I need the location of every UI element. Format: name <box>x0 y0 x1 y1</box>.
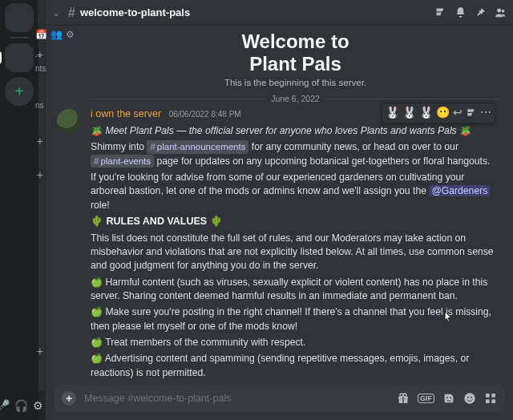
svg-point-7 <box>446 397 448 398</box>
rule-item: 🍏 Harmful content (such as viruses, sexu… <box>91 276 500 304</box>
add-channel-icon[interactable]: + <box>37 345 43 357</box>
message-composer: + GIF <box>54 385 505 412</box>
message-timestamp: 06/06/2022 8:48 PM <box>169 110 241 119</box>
svg-point-10 <box>467 397 469 398</box>
rule-item: 🍏 Treat members of the community with re… <box>91 336 500 349</box>
add-channel-icon[interactable]: + <box>37 168 43 181</box>
reply-icon[interactable]: ↩ <box>453 105 463 121</box>
message-line: Shimmy into #plant-announcements for any… <box>91 140 500 168</box>
svg-point-9 <box>464 393 475 403</box>
message-line: This list does not constitute the full s… <box>91 232 500 273</box>
svg-point-11 <box>471 397 472 398</box>
svg-point-6 <box>403 394 406 397</box>
dm-home-button[interactable] <box>5 3 34 32</box>
svg-point-1 <box>502 10 505 13</box>
settings-icon[interactable]: ⚙ <box>33 399 43 412</box>
welcome-block: Welcome to Plant Pals This is the beginn… <box>91 26 500 87</box>
avatar[interactable] <box>57 109 81 133</box>
server-header[interactable] <box>38 0 45 26</box>
sidebar-label: nts <box>35 64 46 73</box>
chevron-down-icon[interactable]: ⌄ <box>52 7 60 18</box>
user-panel: 🎤 🎧 ⚙ <box>38 391 45 420</box>
add-channel-icon[interactable]: + <box>37 135 43 147</box>
sticker-icon[interactable] <box>442 392 455 405</box>
mute-icon[interactable]: 🎤 <box>0 399 10 412</box>
reaction-shortcut-1[interactable]: 🐰 <box>386 105 399 121</box>
channel-title: welcome-to-plant-pals <box>80 6 426 18</box>
add-channel-icon[interactable]: + <box>37 48 43 61</box>
channel-link-events[interactable]: #plant-events <box>91 155 154 168</box>
rule-item: 🍏 Make sure you're posting in the right … <box>91 305 500 333</box>
rule-item: 🍏 Advertising content and spamming (send… <box>91 352 500 378</box>
apps-icon[interactable] <box>484 392 497 405</box>
server-list: + <box>0 0 38 420</box>
message-scroll[interactable]: Welcome to Plant Pals This is the beginn… <box>46 26 513 378</box>
message-input[interactable] <box>84 393 389 404</box>
gif-button[interactable]: GIF <box>418 394 434 403</box>
svg-point-8 <box>450 397 451 398</box>
main-content: ⌄ # welcome-to-plant-pals Welcome to Pla… <box>45 0 513 420</box>
server-plant-pals[interactable] <box>5 43 34 72</box>
attach-button[interactable]: + <box>62 391 76 406</box>
emoji-icon[interactable] <box>463 392 476 405</box>
more-icon[interactable]: ⋯ <box>480 105 491 121</box>
role-mention[interactable]: @Gardeners <box>429 185 490 196</box>
rules-title: 🌵 RULES AND VALUES 🌵 <box>91 215 500 229</box>
channel-link-announcements[interactable]: #plant-announcements <box>147 140 248 153</box>
pinned-icon[interactable] <box>475 6 487 18</box>
message: 🐰 🐰 🐰 😶 ↩ ⋯ i own the server 06/06/2022 … <box>91 107 500 378</box>
author-name[interactable]: i own the server <box>91 108 161 119</box>
welcome-heading: Welcome to Plant Pals <box>91 30 500 75</box>
message-hover-actions: 🐰 🐰 🐰 😶 ↩ ⋯ <box>382 103 495 123</box>
svg-rect-14 <box>486 399 490 403</box>
svg-rect-13 <box>491 394 495 398</box>
members-icon[interactable] <box>495 6 507 18</box>
message-line: 🪴 Meet Plant Pals — the official server … <box>91 124 500 138</box>
notifications-icon[interactable] <box>454 6 467 18</box>
add-server-button[interactable]: + <box>5 77 34 106</box>
server-divider <box>10 37 29 38</box>
message-line: If you're looking for advise from some o… <box>91 171 500 212</box>
thread-icon[interactable] <box>466 107 477 119</box>
svg-rect-12 <box>486 394 490 398</box>
hash-icon: # <box>68 6 75 20</box>
gift-icon[interactable] <box>397 392 410 405</box>
threads-icon[interactable] <box>434 6 446 18</box>
svg-point-0 <box>497 9 501 13</box>
reaction-shortcut-3[interactable]: 🐰 <box>419 105 433 121</box>
svg-rect-15 <box>491 399 495 403</box>
welcome-sub: This is the beginning of this server. <box>91 78 500 87</box>
reaction-shortcut-2[interactable]: 🐰 <box>402 105 416 121</box>
channel-sidebar: 📅 👥 ⚙ ... + nts ns + + + 🎤 🎧 ⚙ <box>38 0 45 420</box>
sidebar-label: ns <box>35 101 44 110</box>
add-reaction-icon[interactable]: 😶 <box>436 105 450 121</box>
deafen-icon[interactable]: 🎧 <box>14 399 28 412</box>
svg-rect-4 <box>402 397 403 403</box>
channel-top-bar: ⌄ # welcome-to-plant-pals <box>46 0 513 26</box>
